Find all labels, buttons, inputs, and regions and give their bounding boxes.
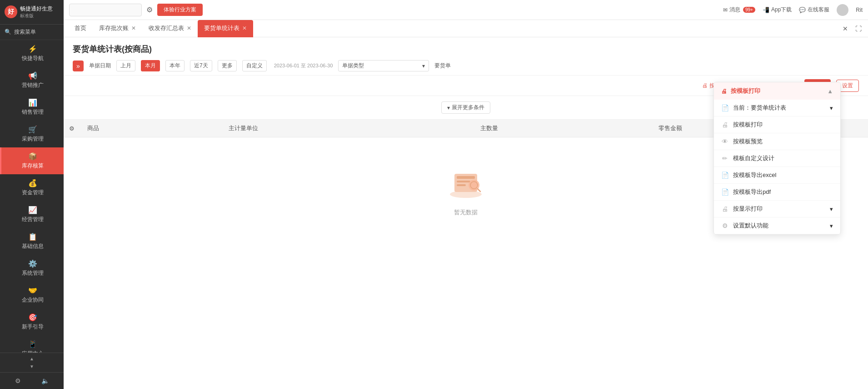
template-excel-icon: 📄 — [721, 172, 728, 179]
template-excel-label: 按模板导出excel — [733, 171, 776, 179]
logo-text: 畅捷通好生意 标准版 — [20, 5, 53, 19]
dropdown-template-excel[interactable]: 📄 按模板导出excel — [714, 167, 840, 184]
nav-icon-appstore: 📱 — [28, 340, 37, 349]
topbar-search-input[interactable] — [69, 4, 142, 16]
dropdown-collapse-icon: ▲ — [827, 88, 833, 95]
message-btn[interactable]: ✉ 消息 99+ — [723, 6, 755, 14]
download-icon: 📲 — [763, 7, 769, 13]
sidebar-item-appstore[interactable]: 📱 应用中心 — [0, 335, 64, 353]
nav-label-collab: 企业协同 — [22, 296, 44, 304]
main-area: ⚙ 体验行业方案 ✉ 消息 99+ 📲 App下载 💬 在线客服 Rit 首页 — [64, 0, 868, 389]
sidebar-item-inventory[interactable]: 📦 库存核算 — [0, 147, 64, 174]
template-print-icon: 🖨 — [721, 121, 728, 128]
topbar-gear-icon[interactable]: ⚙ — [146, 5, 153, 14]
date-btn-more[interactable]: 更多 — [218, 60, 237, 71]
tab-home-label: 首页 — [75, 24, 86, 32]
online-service-btn[interactable]: 💬 在线客服 — [799, 6, 829, 14]
date-btn-this-year[interactable]: 本年 — [165, 60, 185, 71]
expand-more-button[interactable]: ▾ 展开更多条件 — [441, 101, 490, 114]
sidebar-audio-btn[interactable]: 🔈 — [41, 377, 49, 384]
doc-type-label: 单据类型 — [342, 62, 364, 70]
sidebar-item-collab[interactable]: 🤝 企业协同 — [0, 282, 64, 308]
search-icon: 🔍 — [5, 29, 11, 35]
sidebar-item-purchase[interactable]: 🛒 采购管理 — [0, 121, 64, 147]
sidebar-item-finance[interactable]: 💰 资金管理 — [0, 174, 64, 201]
chevron-down-icon: ▾ — [422, 63, 425, 69]
filter-expand-button[interactable]: » — [73, 61, 84, 71]
tab-order-stats-close[interactable]: ✕ — [242, 25, 247, 31]
sidebar-item-shortcut[interactable]: ⚡ 快捷导航 — [0, 40, 64, 67]
message-label: 消息 — [729, 6, 740, 14]
tab-home[interactable]: 首页 — [68, 20, 93, 37]
sidebar-scroll-up[interactable]: ▲ — [30, 355, 34, 363]
display-print-label: 按显示打印 — [733, 205, 763, 213]
content-area: 要货单统计表(按商品) » 单据日期 上月 本月 本年 近7天 更多 自定义 2… — [64, 37, 868, 389]
tab-receipt-summary[interactable]: 收发存汇总表 ✕ — [142, 20, 198, 37]
nav-label-sales: 销售管理 — [22, 108, 44, 116]
tab-expand-btn[interactable]: ⛶ — [853, 23, 863, 34]
date-btn-custom[interactable]: 自定义 — [242, 60, 267, 71]
sidebar-item-basic[interactable]: 📋 基础信息 — [0, 228, 64, 255]
date-btn-this-month[interactable]: 本月 — [141, 60, 160, 71]
dropdown-header[interactable]: 🖨 按模板打印 ▲ — [714, 82, 840, 100]
sidebar-item-marketing[interactable]: 📢 营销推广 — [0, 67, 64, 94]
nav-label-marketing: 营销推广 — [22, 81, 44, 89]
trial-button[interactable]: 体验行业方案 — [157, 4, 203, 16]
nav-icon-operation: 📈 — [28, 206, 37, 214]
dropdown-header-left: 🖨 按模板打印 — [721, 87, 760, 95]
sidebar-item-guide[interactable]: 🎯 新手引导 — [0, 308, 64, 335]
nav-label-system: 系统管理 — [22, 269, 44, 277]
topbar: ⚙ 体验行业方案 ✉ 消息 99+ 📲 App下载 💬 在线客服 Rit — [64, 0, 868, 20]
sidebar-scroll-down[interactable]: ▼ — [30, 363, 34, 370]
svg-rect-4 — [457, 184, 466, 186]
sidebar-logo: 好 畅捷通好生意 标准版 — [0, 0, 64, 25]
print-icon: 🖨 — [702, 82, 708, 89]
default-func-icon: ⚙ — [721, 222, 728, 229]
dropdown-template-print[interactable]: 🖨 按模板打印 — [714, 116, 840, 133]
dropdown-template-preview[interactable]: 👁 按模板预览 — [714, 133, 840, 150]
sidebar-settings-btn[interactable]: ⚙ — [15, 377, 21, 384]
sidebar-search[interactable]: 🔍 搜索菜单 — [0, 25, 64, 40]
app-download-btn[interactable]: 📲 App下载 — [763, 6, 792, 14]
sidebar-item-sales[interactable]: 📊 销售管理 — [0, 94, 64, 121]
tab-inventory-batch[interactable]: 库存批次账 ✕ — [93, 20, 142, 37]
tab-receipt-summary-close[interactable]: ✕ — [187, 25, 191, 31]
nav-icon-inventory: 📦 — [28, 152, 37, 161]
tab-inventory-batch-close[interactable]: ✕ — [131, 25, 136, 31]
nav-icon-collab: 🤝 — [28, 286, 37, 295]
template-print-label: 按模板打印 — [733, 121, 763, 129]
tab-close-all-btn[interactable]: ✕ — [841, 23, 850, 34]
template-custom-icon: ✏ — [721, 155, 728, 162]
col-settings[interactable]: ⚙ — [64, 120, 82, 137]
avatar[interactable] — [837, 4, 848, 16]
dropdown-default-func[interactable]: ⚙ 设置默认功能 ▾ — [714, 217, 840, 234]
template-preview-label: 按模板预览 — [733, 137, 763, 146]
filter-bar: » 单据日期 上月 本月 本年 近7天 更多 自定义 2023-06-01 至 … — [73, 60, 859, 71]
goods-label: 要货单 — [434, 62, 451, 70]
nav-label-inventory: 库存核算 — [22, 162, 44, 170]
nav-icon-marketing: 📢 — [28, 71, 37, 80]
date-range: 2023-06-01 至 2023-06-30 — [274, 62, 333, 69]
dropdown-current-item[interactable]: 📄 当前：要货单统计表 ▾ — [714, 100, 840, 116]
nav-label-purchase: 采购管理 — [22, 135, 44, 143]
template-custom-label: 模板自定义设计 — [733, 154, 774, 162]
sidebar-item-operation[interactable]: 📈 经营管理 — [0, 201, 64, 228]
tab-order-stats[interactable]: 要货单统计表 ✕ — [198, 20, 253, 37]
nav-label-shortcut: 快捷导航 — [22, 55, 44, 62]
app-download-label: App下载 — [771, 6, 792, 14]
doc-type-select[interactable]: 单据类型 ▾ — [338, 60, 429, 71]
default-func-chevron: ▾ — [830, 222, 833, 229]
col-goods: 商品 — [82, 120, 223, 137]
date-btn-last-month[interactable]: 上月 — [116, 60, 135, 71]
dropdown-template-pdf[interactable]: 📄 按模板导出pdf — [714, 184, 840, 201]
sidebar-item-system[interactable]: ⚙️ 系统管理 — [0, 255, 64, 282]
dropdown-template-custom[interactable]: ✏ 模板自定义设计 — [714, 150, 840, 167]
app-name: 畅捷通好生意 — [20, 5, 53, 13]
dropdown-display-print[interactable]: 🖨 按显示打印 ▾ — [714, 201, 840, 217]
print-header-icon: 🖨 — [721, 88, 727, 95]
nav-icon-system: ⚙️ — [28, 259, 37, 268]
online-service-label: 在线客服 — [808, 6, 829, 14]
date-btn-7days[interactable]: 近7天 — [190, 60, 212, 71]
nav-icon-basic: 📋 — [28, 232, 37, 241]
current-icon: 📄 — [721, 104, 728, 111]
